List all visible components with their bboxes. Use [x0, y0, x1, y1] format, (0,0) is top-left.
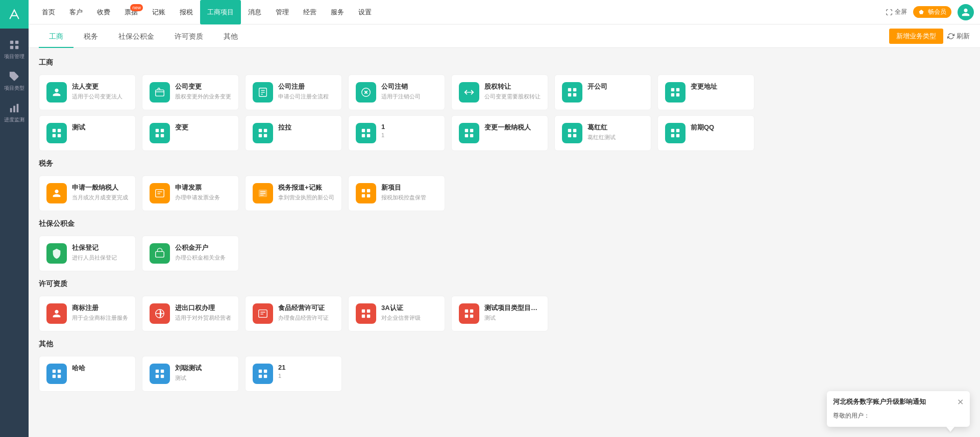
svg-rect-3 — [15, 46, 18, 49]
section-title-license: 许可资质 — [39, 279, 970, 289]
avatar[interactable] — [958, 4, 974, 20]
svg-rect-69 — [362, 315, 365, 318]
svg-rect-2 — [10, 46, 13, 49]
svg-rect-26 — [53, 129, 56, 132]
svg-rect-33 — [161, 134, 164, 137]
svg-rect-8 — [156, 90, 164, 96]
svg-rect-60 — [362, 194, 365, 197]
card-3a-cert[interactable]: 3A认证 对企业信誉评级 — [348, 296, 445, 331]
card-liucong-test[interactable]: 刘聪测试 测试 — [142, 356, 239, 392]
nav-messages[interactable]: 消息 — [241, 0, 268, 24]
card-qq[interactable]: 前期QQ — [657, 115, 754, 151]
svg-rect-35 — [264, 129, 267, 132]
nav-industrial[interactable]: 工商项目 — [200, 0, 241, 24]
svg-rect-25 — [676, 93, 679, 96]
tab-social-security[interactable]: 社保公积金 — [108, 24, 164, 48]
nav-services[interactable]: 服务 — [324, 0, 351, 24]
card-apply-invoice[interactable]: 申请发票 办理申请发票业务 — [142, 175, 239, 211]
card-haha[interactable]: 哈哈 — [39, 356, 136, 392]
card-1[interactable]: 1 1 — [348, 115, 445, 151]
svg-rect-44 — [465, 134, 468, 137]
card-new-project[interactable]: 新项目 报税加税控盘保管 — [348, 175, 445, 211]
card-company-cancel[interactable]: 公司注销 适用于注销公司 — [348, 74, 445, 110]
card-tax-accounting[interactable]: 税务报道+记账 拿到营业执照的新公司 — [245, 175, 342, 211]
card-open-company[interactable]: 开公司 — [554, 74, 651, 110]
svg-rect-27 — [58, 129, 61, 132]
svg-rect-46 — [568, 129, 571, 132]
card-desc: 公司变更需要股权转让 — [484, 93, 541, 100]
nav-tickets[interactable]: 票据 new — [117, 0, 145, 24]
sidebar-label-project-type: 项目类型 — [4, 85, 24, 92]
card-desc: 适用于注销公司 — [381, 93, 437, 100]
nav-home[interactable]: 首页 — [35, 0, 62, 24]
tab-license[interactable]: 许可资质 — [164, 24, 213, 48]
card-social-insurance[interactable]: 社保登记 进行人员社保登记 — [39, 236, 136, 271]
nav-accounting[interactable]: 记账 — [145, 0, 173, 24]
svg-rect-22 — [671, 88, 674, 91]
notif-close-button[interactable]: ✕ — [957, 397, 964, 407]
svg-rect-20 — [568, 93, 571, 96]
card-change2[interactable]: 变更 — [142, 115, 239, 151]
card-company-register[interactable]: 公司注册 申请公司注册全流程 — [245, 74, 342, 110]
nav-billing[interactable]: 收费 — [90, 0, 117, 24]
vip-btn[interactable]: 畅会员 — [913, 6, 951, 18]
card-company-change[interactable]: 公司变更 股权变更外的业务变更 — [142, 74, 239, 110]
card-gehonghong[interactable]: 葛红红 葛红红测试 — [554, 115, 651, 151]
card-icon-company-register — [253, 82, 273, 102]
sidebar-logo[interactable] — [0, 0, 29, 29]
svg-rect-30 — [156, 129, 159, 132]
svg-rect-21 — [573, 93, 576, 96]
card-import-export[interactable]: 进出口权办理 适用于对外贸易经营者 — [142, 296, 239, 331]
refresh-label: 刷新 — [957, 32, 970, 41]
card-icon-open-company — [562, 82, 582, 102]
card-legal-change[interactable]: 法人变更 适用于公司变更法人 — [39, 74, 136, 110]
nav-operations[interactable]: 经营 — [296, 0, 324, 24]
tab-other[interactable]: 其他 — [213, 24, 248, 48]
card-21[interactable]: 21 1 — [245, 356, 342, 392]
card-name: 变更地址 — [691, 82, 747, 91]
card-food-license[interactable]: 食品经营许可证 办理食品经营许可证 — [245, 296, 342, 331]
tab-tax[interactable]: 税务 — [74, 24, 108, 48]
svg-point-4 — [11, 73, 13, 75]
add-type-button[interactable]: 新增业务类型 — [889, 29, 943, 44]
tab-industrial[interactable]: 工商 — [39, 24, 74, 48]
card-equity-transfer[interactable]: 股权转让 公司变更需要股权转让 — [451, 74, 548, 110]
social-cards: 社保登记 进行人员社保登记 公积金开户 办理公积金相关业务 — [39, 236, 970, 271]
svg-rect-64 — [259, 310, 267, 318]
svg-rect-67 — [362, 310, 365, 313]
svg-rect-5 — [10, 108, 12, 112]
sidebar-item-project-type[interactable]: 项目类型 — [0, 65, 29, 97]
nav-management[interactable]: 管理 — [268, 0, 296, 24]
nav-customer[interactable]: 客户 — [62, 0, 90, 24]
card-test-type[interactable]: 测试项目类型目定义 测试 — [451, 296, 548, 331]
svg-rect-24 — [671, 93, 674, 96]
sidebar-item-progress[interactable]: 进度监测 — [0, 97, 29, 128]
card-change-address[interactable]: 变更地址 — [657, 74, 754, 110]
card-trademark[interactable]: 商标注册 用于企业商标注册服务 — [39, 296, 136, 331]
topnav: 首页 客户 收费 票据 new 记账 报税 工商项目 消息 管理 经营 服务 设… — [29, 0, 980, 24]
tab-bar: 工商 税务 社保公积金 许可资质 其他 新增业务类型 刷新 — [29, 24, 980, 48]
card-lala[interactable]: 拉拉 — [245, 115, 342, 151]
nav-settings[interactable]: 设置 — [351, 0, 379, 24]
svg-rect-59 — [367, 189, 370, 192]
card-test[interactable]: 测试 — [39, 115, 136, 151]
svg-rect-54 — [156, 190, 164, 197]
nav-tax[interactable]: 报税 — [173, 0, 200, 24]
card-text-company-register: 公司注册 申请公司注册全流程 — [278, 82, 334, 100]
refresh-button[interactable]: 刷新 — [947, 32, 970, 41]
card-apply-general-tax[interactable]: 申请一般纳税人 当月或次月成变更完成 — [39, 175, 136, 211]
svg-rect-37 — [264, 134, 267, 137]
card-provident-fund[interactable]: 公积金开户 办理公积金相关业务 — [142, 236, 239, 271]
svg-rect-28 — [53, 134, 56, 137]
section-title-other: 其他 — [39, 340, 970, 349]
svg-rect-6 — [13, 106, 15, 112]
fullscreen-btn[interactable]: 全屏 — [886, 8, 907, 16]
topnav-right: 全屏 畅会员 — [886, 4, 974, 20]
svg-rect-78 — [58, 375, 61, 378]
card-desc: 适用于公司变更法人 — [72, 93, 128, 100]
sidebar-item-project-mgmt[interactable]: 项目管理 — [0, 34, 29, 65]
svg-rect-23 — [676, 88, 679, 91]
svg-rect-49 — [573, 134, 576, 137]
svg-rect-29 — [58, 134, 61, 137]
card-change-tax[interactable]: 变更一般纳税人 — [451, 115, 548, 151]
